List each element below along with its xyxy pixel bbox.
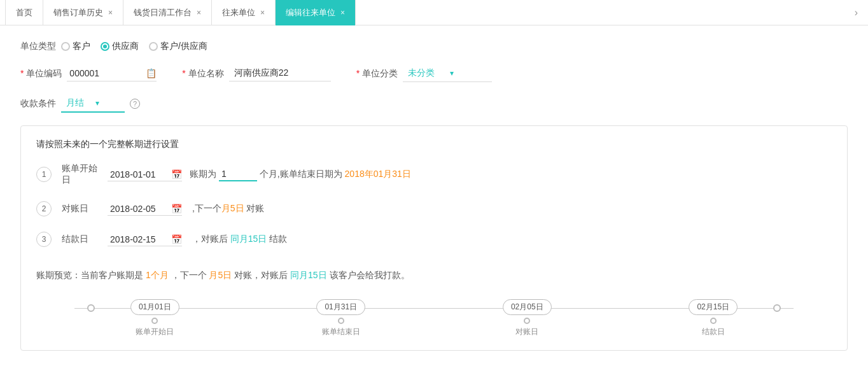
tab-partner[interactable]: 往来单位 ×: [212, 0, 276, 25]
preview-text: 账期预览：当前客户账期是 1个月 ，下一个 月5日 对账，对账后 同月15日 该…: [36, 262, 832, 289]
timeline-dot-4: [710, 318, 717, 324]
unit-type-radio-group: 客户 供应商 客户/供应商: [61, 41, 207, 52]
date-input-wrap-2: 📅: [108, 202, 182, 216]
unit-category-field: 单位分类 未分类 ▾: [356, 65, 492, 82]
period-num-3: 3: [36, 232, 52, 247]
unit-name-input[interactable]: [229, 66, 331, 81]
tab-close-partner[interactable]: ×: [260, 8, 265, 17]
radio-circle-both: [149, 42, 158, 51]
date-input-wrap-3: 📅: [108, 233, 182, 246]
unit-category-label: 单位分类: [356, 68, 398, 80]
period-num-1: 1: [36, 167, 52, 182]
timeline-label-4: 结款日: [702, 327, 725, 337]
date-input-3[interactable]: [108, 233, 171, 246]
timeline-dot-3: [524, 318, 530, 324]
payment-field: 收款条件 月结 ▾ ?: [20, 95, 140, 113]
timeline-dot-1: [151, 318, 158, 324]
timeline-points-row: 01月01日 账单开始日 01月31日 账单结束日 02月05日: [62, 299, 806, 337]
radio-circle-customer: [61, 42, 70, 51]
code-name-category-row: 单位编码 📋 单位名称 单位分类 未分类 ▾: [20, 65, 848, 82]
calendar-icon-3[interactable]: 📅: [171, 234, 182, 244]
help-icon[interactable]: ?: [130, 99, 140, 109]
period-label-2: 对账日: [62, 203, 100, 215]
tab-cash-work[interactable]: 钱货日清工作台 ×: [123, 0, 212, 25]
period-desc-1-prefix: 账期为: [190, 169, 219, 180]
radio-circle-supplier: [101, 42, 109, 51]
payment-dropdown[interactable]: 月结 ▾: [61, 95, 125, 113]
timeline-dot-start: [87, 304, 95, 312]
timeline-badge-4: 02月15日: [689, 299, 738, 315]
period-row-3: 3 结款日 📅 ，对账后 同月15日 结款: [36, 232, 832, 247]
period-desc-1-suffix: 个月,账单结束日期为 2018年01月31日: [257, 169, 411, 180]
period-desc-3: ，对账后 同月15日 结款: [190, 234, 287, 245]
unit-type-field: 单位类型 客户 供应商 客户/供应商: [20, 41, 207, 52]
unit-code-input-wrap: 📋: [67, 66, 157, 81]
radio-both[interactable]: 客户/供应商: [149, 41, 207, 52]
timeline: 01月01日 账单开始日 01月31日 账单结束日 02月05日: [36, 299, 832, 337]
unit-code-field: 单位编码 📋: [20, 66, 157, 81]
page-content: 单位类型 客户 供应商 客户/供应商 单位编码: [0, 25, 868, 387]
calendar-icon-1[interactable]: 📅: [171, 169, 182, 179]
timeline-label-3: 对账日: [515, 327, 538, 337]
period-label-3: 结款日: [62, 234, 100, 245]
tab-close-cash-work[interactable]: ×: [197, 8, 201, 17]
period-section: 请按照未来的一个完整帐期进行设置 1 账单开始日 📅 账期为 个月,账单结束日期…: [20, 125, 848, 351]
tab-edit-partner[interactable]: 编辑往来单位 ×: [276, 0, 356, 25]
tab-close-sales-history[interactable]: ×: [108, 8, 113, 17]
timeline-badge-1: 01月01日: [130, 299, 179, 315]
calendar-icon-2[interactable]: 📅: [171, 204, 182, 214]
preview-highlight-3: 同月15日: [290, 270, 327, 280]
timeline-badge-3: 02月05日: [503, 299, 552, 315]
period-num-2: 2: [36, 201, 52, 216]
timeline-label-1: 账单开始日: [136, 327, 174, 337]
timeline-point-2: 01月31日 账单结束日: [248, 299, 435, 337]
timeline-point-3: 02月05日 对账日: [434, 299, 620, 337]
date-input-2[interactable]: [108, 202, 171, 215]
preview-highlight-1: 1个月: [146, 270, 169, 280]
date-input-wrap-1: 📅: [108, 168, 182, 181]
unit-name-label: 单位名称: [182, 68, 223, 80]
period-label-1: 账单开始日: [62, 163, 100, 186]
payment-label: 收款条件: [20, 98, 56, 109]
unit-type-label: 单位类型: [20, 41, 56, 52]
unit-code-label: 单位编码: [20, 68, 62, 80]
tabs-bar: 首页 销售订单历史 × 钱货日清工作台 × 往来单位 × 编辑往来单位 × ›: [0, 0, 868, 25]
unit-name-field: 单位名称: [182, 66, 330, 81]
timeline-dot-end: [773, 304, 781, 312]
payment-dropdown-arrow: ▾: [95, 99, 120, 108]
tabs-scroll-arrow[interactable]: ›: [850, 7, 863, 18]
period-row-2: 2 对账日 📅 ,下一个月5日 对账: [36, 201, 832, 216]
timeline-badge-2: 01月31日: [316, 299, 365, 315]
period-desc-2: ,下一个月5日 对账: [190, 203, 264, 215]
preview-highlight-2: 月5日: [209, 270, 232, 280]
timeline-dot-2: [338, 318, 344, 324]
radio-supplier[interactable]: 供应商: [101, 41, 139, 52]
tab-close-edit-partner[interactable]: ×: [340, 8, 345, 17]
unit-type-row: 单位类型 客户 供应商 客户/供应商: [20, 41, 848, 52]
category-dropdown-arrow: ▾: [450, 69, 487, 78]
section-title: 请按照未来的一个完整帐期进行设置: [36, 139, 832, 150]
period-months-input[interactable]: [219, 167, 257, 181]
copy-icon[interactable]: 📋: [146, 68, 157, 78]
timeline-label-2: 账单结束日: [322, 327, 360, 337]
period-row-1: 1 账单开始日 📅 账期为 个月,账单结束日期为 2018年01月31日: [36, 163, 832, 186]
payment-row: 收款条件 月结 ▾ ?: [20, 95, 848, 113]
date-input-1[interactable]: [108, 168, 171, 181]
tab-home[interactable]: 首页: [5, 0, 43, 25]
radio-customer[interactable]: 客户: [61, 41, 90, 52]
unit-code-input[interactable]: [67, 66, 143, 81]
tab-sales-history[interactable]: 销售订单历史 ×: [43, 0, 123, 25]
unit-category-dropdown[interactable]: 未分类 ▾: [403, 65, 492, 82]
